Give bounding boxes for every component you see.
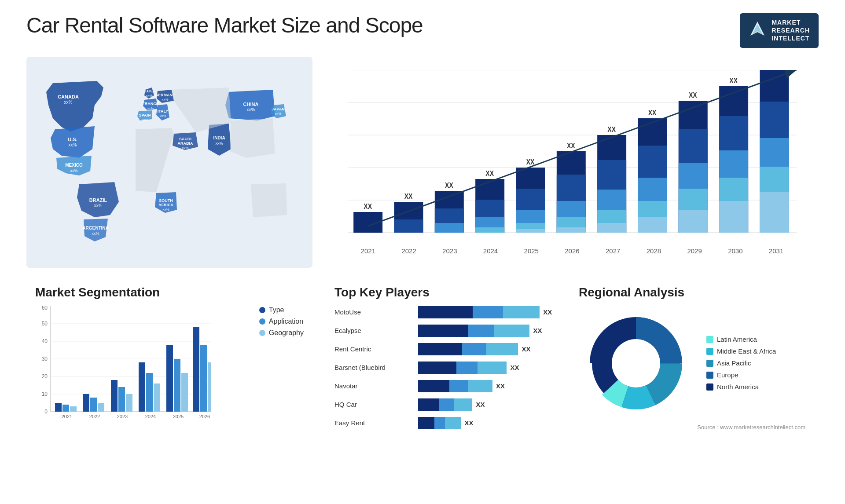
- svg-text:xx%: xx%: [162, 98, 168, 102]
- svg-rect-44: [394, 219, 423, 233]
- svg-text:xx%: xx%: [92, 231, 99, 236]
- player-ecalypse-bar: XX: [418, 325, 561, 337]
- svg-text:2026: 2026: [199, 414, 210, 419]
- svg-text:XX: XX: [364, 202, 372, 210]
- svg-text:SPAIN: SPAIN: [139, 113, 151, 117]
- main-grid: CANADA xx% U.S. xx% MEXICO xx% BRAZIL xx…: [26, 57, 819, 444]
- page-title: Car Rental Software Market Size and Scop…: [26, 13, 423, 37]
- player-hqcar-bar: XX: [418, 398, 561, 411]
- svg-text:U.K.: U.K.: [145, 89, 153, 93]
- svg-text:2022: 2022: [89, 414, 100, 419]
- header: Car Rental Software Market Size and Scop…: [26, 13, 819, 48]
- source-text: Source : www.marketresearchintellect.com: [579, 424, 805, 431]
- svg-rect-117: [83, 394, 89, 412]
- asia-pacific-color: [706, 360, 713, 367]
- svg-text:xx%: xx%: [146, 94, 152, 98]
- svg-text:xx%: xx%: [275, 112, 281, 116]
- chart-area: XX XX XX: [348, 70, 797, 233]
- svg-text:2025: 2025: [173, 414, 184, 419]
- svg-text:2021: 2021: [62, 414, 72, 419]
- y-axis: [334, 70, 348, 233]
- player-hqcar: HQ Car XX: [334, 398, 561, 411]
- segmentation-section: Market Segmentation 0 10 20 30 40 50: [26, 277, 312, 444]
- svg-rect-133: [193, 327, 199, 412]
- type-color: [259, 307, 265, 313]
- legend-europe: Europe: [706, 371, 776, 379]
- regional-section: Regional Analysis: [574, 281, 810, 440]
- svg-rect-125: [139, 362, 145, 412]
- svg-text:40: 40: [42, 338, 48, 344]
- svg-text:xx%: xx%: [162, 208, 169, 212]
- svg-text:xx%: xx%: [70, 168, 77, 173]
- svg-rect-83: [679, 210, 708, 233]
- svg-text:BRAZIL: BRAZIL: [89, 197, 107, 203]
- svg-text:XX: XX: [729, 77, 738, 84]
- svg-text:MEXICO: MEXICO: [65, 163, 83, 168]
- svg-rect-131: [181, 373, 188, 412]
- player-easyrent: Easy Rent XX: [334, 417, 561, 429]
- player-easyrent-bar: XX: [418, 417, 561, 429]
- segmentation-chart-svg: 0 10 20 30 40 50 60: [35, 306, 211, 429]
- svg-rect-127: [154, 383, 160, 412]
- geography-color: [259, 330, 265, 336]
- svg-text:FRANCE: FRANCE: [142, 102, 159, 106]
- middle-east-color: [706, 348, 713, 355]
- svg-rect-118: [90, 398, 97, 412]
- svg-rect-71: [597, 223, 626, 233]
- svg-rect-77: [638, 217, 667, 233]
- svg-point-143: [612, 339, 660, 387]
- svg-text:CANADA: CANADA: [58, 94, 79, 99]
- player-navotar-bar: XX: [418, 380, 561, 392]
- donut-chart: [579, 306, 693, 420]
- svg-rect-134: [200, 345, 207, 412]
- europe-color: [706, 372, 713, 379]
- svg-text:10: 10: [42, 391, 48, 397]
- bar-chart: XX XX XX: [334, 66, 805, 255]
- svg-text:ITALY: ITALY: [158, 109, 169, 113]
- svg-rect-129: [166, 345, 173, 412]
- svg-rect-123: [126, 394, 132, 412]
- legend-application: Application: [259, 318, 304, 325]
- svg-rect-89: [719, 201, 748, 233]
- svg-text:CHINA: CHINA: [243, 102, 259, 107]
- svg-text:XX: XX: [526, 158, 535, 166]
- key-players-title: Top Key Players: [334, 285, 561, 299]
- svg-text:2023: 2023: [117, 414, 128, 419]
- bar-chart-svg: XX XX XX: [348, 70, 797, 233]
- svg-rect-135: [208, 362, 211, 412]
- north-america-color: [706, 383, 713, 391]
- legend-middle-east: Middle East & Africa: [706, 347, 776, 355]
- segmentation-title: Market Segmentation: [35, 285, 304, 299]
- svg-text:XX: XX: [689, 91, 697, 99]
- svg-rect-119: [98, 403, 104, 412]
- svg-text:xx%: xx%: [247, 107, 255, 112]
- application-color: [259, 318, 265, 325]
- regional-title: Regional Analysis: [579, 285, 805, 299]
- legend-asia-pacific: Asia Pacific: [706, 359, 776, 367]
- svg-rect-113: [55, 403, 62, 412]
- svg-text:2024: 2024: [145, 414, 156, 419]
- svg-rect-122: [118, 387, 125, 412]
- svg-rect-121: [111, 380, 118, 412]
- svg-text:xx%: xx%: [64, 100, 73, 105]
- svg-text:INDIA: INDIA: [213, 135, 225, 140]
- player-barsnet: Barsnet (Bluebird XX: [334, 362, 561, 374]
- svg-text:SAUDI: SAUDI: [179, 137, 191, 141]
- player-rentcentric-bar: XX: [418, 343, 561, 355]
- legend-geography: Geography: [259, 329, 304, 337]
- player-navotar: Navotar XX: [334, 380, 561, 392]
- svg-rect-114: [62, 405, 69, 412]
- svg-text:xx%: xx%: [141, 118, 148, 122]
- svg-text:0: 0: [44, 409, 48, 415]
- svg-text:60: 60: [42, 306, 48, 311]
- player-ecalypse: Ecalypse XX: [334, 325, 561, 337]
- svg-text:XX: XX: [648, 109, 657, 117]
- svg-text:xx%: xx%: [159, 114, 166, 118]
- svg-text:JAPAN: JAPAN: [272, 107, 285, 111]
- svg-text:30: 30: [42, 356, 48, 362]
- svg-rect-48: [435, 223, 464, 233]
- svg-text:SOUTH: SOUTH: [159, 198, 173, 203]
- map-section: CANADA xx% U.S. xx% MEXICO xx% BRAZIL xx…: [26, 57, 312, 268]
- svg-text:XX: XX: [445, 181, 453, 189]
- logo: MARKET RESEARCH INTELLECT: [740, 13, 819, 48]
